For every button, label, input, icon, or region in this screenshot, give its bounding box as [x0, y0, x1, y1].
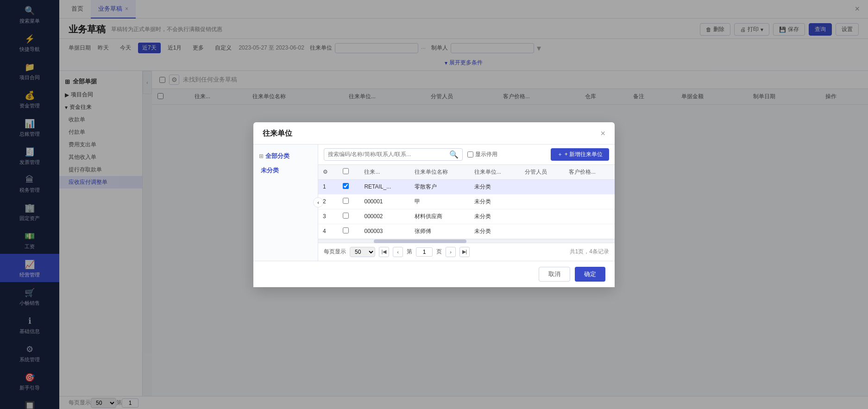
modal-last-page-btn[interactable]: ▶|: [459, 247, 470, 257]
modal-row-1-name: 零散客户: [410, 179, 470, 194]
modal-prev-page-btn[interactable]: ‹: [393, 247, 403, 257]
modal-row-1-price: [564, 179, 615, 194]
modal-row-2-code: 000001: [359, 194, 410, 209]
modal-overlay: 往来单位 × ⊞ 全部分类 未分类 ‹: [0, 0, 868, 409]
modal-first-page-btn[interactable]: |◀: [379, 247, 389, 257]
collapse-left-icon[interactable]: ‹: [313, 197, 323, 208]
modal-row-3-name: 材料供应商: [410, 209, 470, 224]
modal-table-row[interactable]: 2 000001 甲 未分类: [318, 194, 615, 209]
modal-left-header: ⊞ 全部分类: [253, 149, 318, 163]
modal-table: ⚙ 往来... 往来单位名称 往来单位... 分管人员 客户价格...: [318, 165, 615, 239]
modal-cancel-button[interactable]: 取消: [539, 267, 570, 282]
modal-row-4-checkbox: [338, 224, 359, 239]
modal-close-button[interactable]: ×: [600, 129, 605, 138]
modal-search-box: 🔍: [324, 148, 463, 161]
modal-header-checkbox[interactable]: [343, 168, 349, 174]
modal-row-4-num: 4: [318, 224, 338, 239]
gear-col-icon: ⚙: [323, 169, 328, 175]
modal-row-1-checkbox: [338, 179, 359, 194]
modal-row-4-code: 000003: [359, 224, 410, 239]
modal-table-wrap: ⚙ 往来... 往来单位名称 往来单位... 分管人员 客户价格...: [318, 165, 615, 239]
modal-search-input[interactable]: [328, 151, 447, 157]
counterpart-modal: 往来单位 × ⊞ 全部分类 未分类 ‹: [253, 122, 615, 287]
modal-table-row[interactable]: 4 000003 张师傅 未分类: [318, 224, 615, 239]
modal-row-3-checkbox: [338, 209, 359, 224]
modal-row-3-code: 000002: [359, 209, 410, 224]
modal-category-panel: ⊞ 全部分类 未分类 ‹: [253, 145, 318, 261]
modal-title: 往来单位: [263, 129, 292, 138]
modal-row-4-name: 张师傅: [410, 224, 470, 239]
modal-row-3-num: 3: [318, 209, 338, 224]
modal-row-4-category: 未分类: [470, 224, 520, 239]
modal-row-3-price: [564, 209, 615, 224]
modal-table-row[interactable]: 3 000002 材料供应商 未分类: [318, 209, 615, 224]
modal-right: 🔍 显示停用 ＋ + 新增往来单位: [318, 145, 615, 261]
modal-scrollbar[interactable]: [318, 239, 615, 243]
modal-col-price: 客户价格...: [564, 165, 615, 180]
modal-confirm-button[interactable]: 确定: [575, 267, 605, 282]
grid-icon-small: ⊞: [259, 153, 264, 159]
modal-col-category: 往来单位...: [470, 165, 520, 180]
modal-per-page-select[interactable]: 50 100: [350, 247, 375, 257]
modal-total-info: 共1页，4条记录: [570, 248, 609, 256]
search-magnifier-icon: 🔍: [449, 150, 459, 159]
modal-footer: 取消 确定: [253, 261, 615, 287]
modal-row-2-price: [564, 194, 615, 209]
modal-row-4-price: [564, 224, 615, 239]
modal-col-settings: ⚙: [318, 165, 338, 180]
show-disabled-label[interactable]: 显示停用: [467, 151, 497, 158]
modal-page-input[interactable]: [416, 247, 433, 257]
show-disabled-checkbox[interactable]: [467, 151, 473, 157]
modal-row-2-category: 未分类: [470, 194, 520, 209]
modal-scrollbar-thumb[interactable]: [374, 239, 466, 243]
modal-col-name: 往来单位名称: [410, 165, 470, 180]
new-counterpart-button[interactable]: ＋ + 新增往来单位: [551, 148, 609, 161]
modal-row-3-category: 未分类: [470, 209, 520, 224]
modal-row-2-manager: [520, 194, 564, 209]
modal-row-3-manager: [520, 209, 564, 224]
modal-toolbar: 🔍 显示停用 ＋ + 新增往来单位: [318, 145, 615, 165]
modal-next-page-btn[interactable]: ›: [446, 247, 456, 257]
modal-category-all[interactable]: 未分类: [253, 163, 318, 178]
modal-col-manager: 分管人员: [520, 165, 564, 180]
plus-icon: ＋: [557, 151, 563, 158]
modal-page-label: 第: [407, 248, 412, 256]
modal-row-2-name: 甲: [410, 194, 470, 209]
modal-row-1-code: RETAIL_...: [359, 179, 410, 194]
modal-row-1-manager: [520, 179, 564, 194]
modal-col-code: 往来...: [359, 165, 410, 180]
modal-table-row[interactable]: 1 RETAIL_... 零散客户 未分类: [318, 179, 615, 194]
modal-page-unit: 页: [436, 248, 442, 256]
modal-pagination: 每页显示 50 100 |◀ ‹ 第 页 › ▶| 共1页，4条记录: [318, 243, 615, 261]
modal-col-check: [338, 165, 359, 180]
modal-header: 往来单位 ×: [253, 122, 615, 145]
modal-per-page-label: 每页显示: [324, 248, 346, 256]
modal-row-1-category: 未分类: [470, 179, 520, 194]
modal-row-1-num: 1: [318, 179, 338, 194]
modal-row-4-manager: [520, 224, 564, 239]
modal-body: ⊞ 全部分类 未分类 ‹ 🔍: [253, 145, 615, 261]
modal-row-2-checkbox: [338, 194, 359, 209]
